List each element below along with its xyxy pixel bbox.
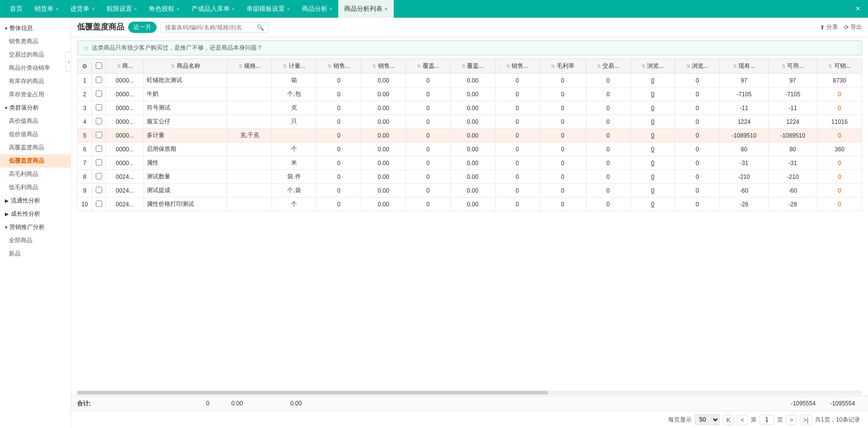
cell-num: 8 bbox=[78, 170, 92, 184]
sidebar-item-high-margin[interactable]: 高毛利商品 bbox=[0, 168, 71, 181]
col-coverage1[interactable]: ⇅ 覆盖... bbox=[406, 59, 450, 74]
close-icon[interactable]: × bbox=[55, 6, 58, 12]
cell-coverage2: 0.00 bbox=[450, 74, 495, 87]
cell-unit: 个,包 bbox=[272, 87, 317, 101]
cell-stock1: -28 bbox=[720, 198, 768, 211]
col-transaction[interactable]: ⇅ 交易... bbox=[586, 59, 630, 74]
cell-checkbox[interactable] bbox=[92, 156, 106, 170]
cell-coverage2: 0.00 bbox=[450, 184, 495, 198]
cell-coverage2: 0.00 bbox=[450, 156, 495, 170]
next-page-button[interactable]: > bbox=[786, 415, 797, 425]
col-checkbox[interactable] bbox=[92, 59, 106, 74]
prev-page-button[interactable]: < bbox=[737, 415, 748, 425]
sidebar-item-high-value[interactable]: 高价值商品 bbox=[0, 114, 71, 128]
cell-sales2: 0.00 bbox=[361, 129, 406, 143]
scrollbar-thumb[interactable] bbox=[77, 391, 548, 395]
close-icon[interactable]: × bbox=[287, 6, 290, 12]
footer-c2: 0.00 bbox=[281, 399, 311, 408]
sidebar-item-stock-capital[interactable]: 库存资金占用 bbox=[0, 88, 71, 101]
sidebar-section-overview[interactable]: ▾ 整体信息 bbox=[0, 22, 71, 35]
col-spec[interactable]: ⇅ 规格... bbox=[227, 59, 272, 74]
nav-sales[interactable]: 销货单 × bbox=[28, 0, 64, 18]
cell-checkbox[interactable] bbox=[92, 198, 106, 211]
sidebar-item-in-stock[interactable]: 有库存的商品 bbox=[0, 75, 71, 88]
cell-checkbox[interactable] bbox=[92, 184, 106, 198]
col-code[interactable]: ⇅ 商... bbox=[106, 59, 144, 74]
cell-stock2: -28 bbox=[768, 198, 817, 211]
search-icon[interactable]: 🔍 bbox=[257, 24, 264, 31]
col-browse1[interactable]: ⇅ 浏览... bbox=[630, 59, 675, 74]
col-settings[interactable]: ⚙ bbox=[78, 59, 92, 74]
col-stock3[interactable]: ⇅ 可销... bbox=[817, 59, 862, 74]
sidebar-item-traded-goods[interactable]: 交易过的商品 bbox=[0, 48, 71, 61]
cell-checkbox[interactable] bbox=[92, 170, 106, 184]
sidebar-section-circulation[interactable]: ▶ 流通性分析 bbox=[0, 194, 71, 207]
last-page-button[interactable]: >| bbox=[800, 415, 812, 425]
sidebar-item-category-rate[interactable]: 商品分类动销率 bbox=[0, 61, 71, 75]
sidebar-section-cluster[interactable]: ▾ 类群落分析 bbox=[0, 101, 71, 114]
sidebar-item-low-margin[interactable]: 低毛利商品 bbox=[0, 181, 71, 194]
close-icon[interactable]: × bbox=[329, 6, 332, 12]
close-icon[interactable]: × bbox=[91, 6, 94, 12]
cell-checkbox[interactable] bbox=[92, 87, 106, 101]
select-all-checkbox[interactable] bbox=[96, 62, 102, 69]
nav-purchase[interactable]: 进货单 × bbox=[64, 0, 100, 18]
search-input[interactable] bbox=[165, 24, 255, 31]
col-name[interactable]: ⇅ 商品名称 bbox=[144, 59, 227, 74]
cell-coverage2: 0.00 bbox=[450, 170, 495, 184]
nav-template[interactable]: 单据模板设置 × bbox=[241, 0, 296, 18]
export-button[interactable]: ⟳ 导出 bbox=[844, 23, 862, 31]
cell-code: 0000... bbox=[106, 87, 144, 101]
nav-analysis-list[interactable]: 商品分析列表 × bbox=[338, 0, 393, 18]
nav-home[interactable]: 首页 bbox=[4, 0, 28, 18]
cell-browse2: 0 bbox=[675, 87, 720, 101]
nav-products[interactable]: 产成品入库单 × bbox=[186, 0, 241, 18]
col-browse2[interactable]: ⇅ 浏览... bbox=[675, 59, 720, 74]
filter-recent-month-button[interactable]: 近一月 bbox=[128, 22, 157, 33]
per-page-select[interactable]: 50 100 bbox=[695, 414, 720, 425]
close-icon[interactable]: × bbox=[134, 6, 137, 12]
sidebar-section-growth[interactable]: ▶ 成长性分析 bbox=[0, 207, 71, 221]
sidebar-collapse-button[interactable]: « bbox=[65, 52, 71, 72]
sidebar-item-low-value[interactable]: 低价值商品 bbox=[0, 128, 71, 141]
table-row: 60000...启用保质期个00.0000.00000008080360 bbox=[78, 143, 862, 156]
col-coverage2[interactable]: ⇅ 覆盖... bbox=[450, 59, 495, 74]
cell-checkbox[interactable] bbox=[92, 143, 106, 156]
close-icon[interactable]: × bbox=[384, 6, 387, 12]
cell-code: 0024... bbox=[106, 198, 144, 211]
cell-coverage2: 0.00 bbox=[450, 87, 495, 101]
col-margin[interactable]: ⇅ 毛利率 bbox=[540, 59, 586, 74]
info-icon: ☆ bbox=[83, 45, 89, 52]
cell-unit: 只 bbox=[272, 115, 317, 129]
col-unit[interactable]: ⇅ 计量... bbox=[272, 59, 317, 74]
col-sales2[interactable]: ⇅ 销售... bbox=[361, 59, 406, 74]
col-stock1[interactable]: ⇅ 现有... bbox=[720, 59, 768, 74]
sidebar-item-all-goods[interactable]: 全部商品 bbox=[0, 234, 71, 247]
sidebar-item-new-goods[interactable]: 新品 bbox=[0, 247, 71, 260]
cell-checkbox[interactable] bbox=[92, 74, 106, 87]
nav-roles[interactable]: 角色授权 × bbox=[143, 0, 185, 18]
nav-analysis[interactable]: 商品分析 × bbox=[296, 0, 338, 18]
cell-checkbox[interactable] bbox=[92, 115, 106, 129]
cell-sales3: 0 bbox=[495, 74, 540, 87]
col-sales1[interactable]: ⇅ 销售... bbox=[317, 59, 361, 74]
table-row: 80024...测试数量袋,件00.0000.0000000-210-2100 bbox=[78, 170, 862, 184]
share-button[interactable]: ⬆ 分享 bbox=[820, 23, 838, 31]
cell-checkbox[interactable] bbox=[92, 101, 106, 115]
sidebar-section-marketing[interactable]: ▾ 营销推广分析 bbox=[0, 221, 71, 234]
settings-icon[interactable]: ⚙ bbox=[82, 63, 87, 70]
close-all-tabs-button[interactable]: × bbox=[852, 4, 864, 13]
page-number-input[interactable] bbox=[760, 415, 774, 425]
data-table-container[interactable]: ⚙ ⇅ 商... ⇅ 商品名称 ⇅ 规格... ⇅ 计量... ⇅ 销售... … bbox=[77, 58, 862, 390]
sidebar-item-high-coverage[interactable]: 高覆盖度商品 bbox=[0, 141, 71, 154]
first-page-button[interactable]: K bbox=[723, 415, 734, 425]
cell-checkbox[interactable] bbox=[92, 129, 106, 143]
close-icon[interactable]: × bbox=[232, 6, 235, 12]
col-stock2[interactable]: ⇅ 可用... bbox=[768, 59, 817, 74]
nav-permissions[interactable]: 权限设置 × bbox=[101, 0, 143, 18]
col-sales3[interactable]: ⇅ 销售... bbox=[495, 59, 540, 74]
sidebar-item-sales-goods[interactable]: 销售类商品 bbox=[0, 35, 71, 48]
sidebar-item-low-coverage[interactable]: 低覆盖度商品 bbox=[0, 154, 71, 168]
close-icon[interactable]: × bbox=[176, 6, 179, 12]
horizontal-scrollbar[interactable] bbox=[71, 390, 868, 396]
